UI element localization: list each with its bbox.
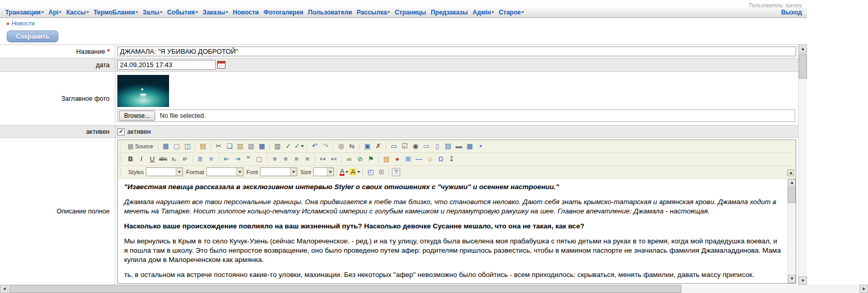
nav-item[interactable]: Залы» — [143, 9, 162, 16]
nav-item[interactable]: Рассылка» — [357, 9, 390, 16]
find-icon[interactable]: ◎ — [336, 141, 346, 151]
paste-as-text-icon[interactable]: ▧ — [246, 141, 256, 151]
nav-item[interactable]: Страницы — [394, 9, 426, 16]
align-center-icon[interactable]: ≡ — [281, 154, 291, 164]
file-input[interactable]: Browse... No file selected. — [117, 110, 795, 122]
show-blocks-icon[interactable]: ⊞ — [376, 167, 386, 177]
calendar-icon[interactable] — [217, 61, 225, 69]
active-checkbox[interactable]: ✓ — [117, 128, 125, 135]
align-left-icon[interactable]: ≡ — [270, 154, 280, 164]
create-div-icon[interactable]: ▢ — [254, 154, 264, 164]
templates-icon[interactable]: ▤ — [198, 141, 208, 151]
new-page-icon[interactable]: ▢ — [172, 141, 181, 151]
hidden-field-icon[interactable]: ▪ — [476, 141, 485, 151]
editor-content[interactable]: "Известная певица рассказала в эксклюзив… — [118, 179, 787, 283]
nav-item[interactable]: Пользователи — [308, 9, 352, 16]
save-icon[interactable]: ▦ — [161, 141, 171, 151]
bold-icon[interactable]: B — [126, 154, 135, 164]
copy-icon[interactable]: ❏ — [224, 141, 234, 151]
remove-format-icon[interactable]: ✗ — [373, 141, 383, 151]
underline-icon[interactable]: U — [147, 154, 157, 164]
nav-item[interactable]: Адмін» — [473, 9, 494, 16]
page-scroll-right-button[interactable] — [860, 285, 868, 293]
page-hscroll-thumb[interactable] — [9, 285, 681, 293]
styles-dropdown[interactable] — [146, 167, 183, 176]
select-all-icon[interactable]: ▣ — [362, 141, 372, 151]
toolbar-collapse-button[interactable] — [787, 169, 794, 176]
page-vertical-scrollbar[interactable] — [799, 44, 807, 285]
page-hscroll-track[interactable] — [8, 285, 860, 293]
dropdown-arrow-icon[interactable] — [176, 168, 182, 176]
text-direction-ltr-icon[interactable]: ↦ — [318, 154, 328, 164]
smiley-icon[interactable]: ☺ — [425, 154, 435, 164]
page-scroll-down-button[interactable] — [799, 276, 807, 285]
paste-icon[interactable]: ▨ — [235, 141, 245, 151]
save-button[interactable]: Сохранить — [7, 30, 58, 42]
nav-item[interactable]: ТермоБланки» — [94, 9, 138, 16]
nav-item[interactable]: Старое» — [499, 9, 524, 16]
nav-item[interactable]: Api» — [49, 9, 62, 16]
button-field-icon[interactable]: ▬ — [454, 141, 464, 151]
form-icon[interactable]: ▭ — [389, 141, 399, 151]
subscript-icon[interactable]: x₂ — [169, 154, 179, 164]
editor-scroll-down-button[interactable] — [788, 275, 796, 283]
image-button-icon[interactable]: ▩ — [465, 141, 475, 151]
nav-item[interactable]: Транзакции» — [5, 9, 44, 16]
link-icon[interactable]: ∞ — [344, 154, 354, 164]
checkbox-field-icon[interactable]: ☑ — [400, 141, 409, 151]
breadcrumb-link-news[interactable]: Новости — [11, 20, 35, 26]
preview-icon[interactable]: ◫ — [182, 141, 192, 151]
select-field-icon[interactable]: ▤ — [443, 141, 453, 151]
dropdown-arrow-icon[interactable] — [290, 168, 297, 176]
align-right-icon[interactable]: ≡ — [292, 154, 301, 164]
nav-item[interactable]: Новости — [233, 9, 258, 16]
dropdown-arrow-icon[interactable] — [327, 168, 333, 176]
nav-item[interactable]: События» — [167, 9, 198, 16]
format-dropdown[interactable] — [206, 167, 243, 176]
textarea-field-icon[interactable]: ▯ — [432, 141, 442, 151]
size-dropdown[interactable] — [313, 167, 334, 176]
source-button[interactable]: ▤Source — [125, 142, 156, 150]
paste-from-word-icon[interactable]: ▩ — [257, 141, 267, 151]
blockquote-icon[interactable]: ❞ — [243, 154, 253, 164]
print-icon[interactable]: ▥ — [272, 141, 282, 151]
table-icon[interactable]: ⊞ — [403, 154, 413, 164]
flash-icon[interactable]: ● — [392, 154, 402, 164]
horizontal-rule-icon[interactable]: — — [414, 154, 424, 164]
superscript-icon[interactable]: x² — [180, 154, 190, 164]
editor-vertical-scrollbar[interactable] — [787, 179, 796, 283]
about-icon[interactable]: ? — [392, 168, 400, 176]
text-direction-rtl-icon[interactable]: ↤ — [329, 154, 339, 164]
undo-icon[interactable]: ↶ — [310, 141, 319, 151]
spell-check-icon[interactable]: ✓ — [283, 141, 293, 151]
bulleted-list-icon[interactable]: ≡ — [206, 154, 216, 164]
title-input[interactable] — [117, 47, 796, 56]
browse-button[interactable]: Browse... — [119, 111, 155, 121]
unlink-icon[interactable]: ⊘ — [355, 154, 365, 164]
page-scroll-up-button[interactable] — [799, 44, 807, 53]
page-scroll-thumb[interactable] — [799, 54, 807, 79]
anchor-icon[interactable]: ⚑ — [366, 154, 376, 164]
numbered-list-icon[interactable]: ≣ — [195, 154, 205, 164]
justify-icon[interactable]: ≡ — [302, 154, 312, 164]
spell-check-as-you-type-icon[interactable]: ✓ — [294, 141, 304, 151]
nav-item[interactable]: Предзаказы — [431, 9, 468, 16]
italic-icon[interactable]: I — [136, 154, 146, 164]
text-color-icon[interactable]: A — [339, 167, 349, 177]
replace-icon[interactable]: ⇆ — [347, 141, 357, 151]
page-horizontal-scrollbar[interactable] — [0, 285, 868, 293]
redo-icon[interactable]: ↷ — [321, 141, 330, 151]
nav-item[interactable]: Заказы» — [203, 9, 228, 16]
editor-scroll-thumb[interactable] — [788, 188, 796, 203]
maximize-icon[interactable]: ◰ — [366, 167, 375, 177]
nav-item[interactable]: Фотогалерея — [264, 9, 303, 16]
strikethrough-icon[interactable]: abc — [158, 154, 168, 164]
page-scroll-track[interactable] — [799, 53, 807, 276]
page-scroll-left-button[interactable] — [0, 285, 8, 293]
nav-item-logout[interactable]: Выход — [781, 9, 802, 16]
cut-icon[interactable]: ✂ — [214, 141, 223, 151]
image-icon[interactable]: ▨ — [382, 154, 391, 164]
increase-indent-icon[interactable]: ⇥ — [233, 154, 242, 164]
special-character-icon[interactable]: Ω — [436, 154, 446, 164]
date-input[interactable] — [117, 60, 216, 70]
